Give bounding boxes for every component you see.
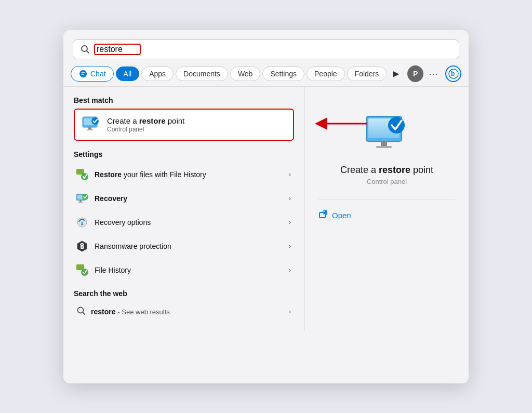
search-bar: [73, 39, 459, 59]
web-chevron-icon: ›: [289, 308, 291, 315]
file-history-2-icon: [75, 263, 89, 277]
svg-point-15: [81, 173, 88, 180]
tab-people-label: People: [314, 70, 337, 78]
best-match-icon: [81, 115, 101, 135]
svg-point-10: [91, 117, 99, 125]
rp-title: Create a restore point: [340, 165, 433, 176]
tab-settings[interactable]: Settings: [262, 66, 304, 81]
web-search-icon: [77, 307, 86, 317]
best-match-heading: Best match: [74, 96, 294, 104]
chevron-icon: ›: [289, 170, 291, 178]
tab-all-label: All: [124, 70, 132, 78]
svg-rect-18: [79, 201, 82, 202]
chevron-icon-3: ›: [289, 218, 291, 226]
rp-app-icon: [364, 114, 410, 156]
tabs-row: Chat All Apps Documents Web Settings Peo…: [63, 65, 469, 87]
svg-point-25: [82, 246, 83, 247]
tab-all[interactable]: All: [116, 66, 140, 81]
best-match-title: Create a restore point: [107, 116, 184, 125]
search-query-box: [94, 44, 141, 55]
search-window: Chat All Apps Documents Web Settings Peo…: [63, 30, 469, 383]
recovery-icon: [75, 191, 89, 206]
search-icon: [81, 45, 90, 54]
settings-item-file-history[interactable]: Restore your files with File History ›: [74, 163, 294, 186]
svg-rect-19: [78, 202, 83, 203]
settings-heading: Settings: [74, 150, 294, 158]
svg-point-28: [81, 269, 88, 276]
main-content: Best match: [63, 87, 469, 331]
tab-folders-label: Folders: [355, 70, 379, 78]
chevron-icon-2: ›: [289, 194, 291, 202]
chat-tab-icon: [78, 69, 88, 78]
svg-point-36: [388, 117, 405, 134]
svg-rect-35: [376, 146, 392, 148]
tab-apps[interactable]: Apps: [141, 66, 174, 81]
svg-rect-9: [87, 129, 93, 130]
best-match-texts: Create a restore point Control panel: [107, 116, 184, 133]
best-match-item[interactable]: Create a restore point Control panel: [74, 109, 294, 141]
tab-more-button[interactable]: ▶: [389, 66, 403, 81]
settings-item-file-history-label: Restore your files with File History: [95, 170, 284, 179]
left-panel: Best match: [63, 87, 305, 331]
right-panel: Create a restore point Control panel Ope…: [305, 87, 469, 331]
svg-line-30: [83, 312, 85, 314]
tab-people[interactable]: People: [307, 66, 345, 81]
file-history-icon: [75, 167, 89, 182]
search-input[interactable]: [97, 45, 138, 54]
tab-settings-label: Settings: [270, 70, 297, 78]
open-icon: [318, 210, 328, 221]
rp-divider: [318, 199, 455, 199]
svg-rect-34: [381, 141, 387, 146]
svg-point-20: [82, 194, 88, 200]
settings-item-file-history-2-label: File History: [95, 266, 284, 274]
settings-item-file-history-2[interactable]: File History ›: [74, 258, 294, 282]
settings-item-recovery[interactable]: Recovery ›: [74, 186, 294, 210]
settings-item-recovery-options[interactable]: Recovery options ›: [74, 210, 294, 234]
settings-item-ransomware[interactable]: Ransomware protection ›: [74, 234, 294, 258]
rp-subtitle: Control panel: [367, 178, 407, 185]
tab-web-label: Web: [238, 70, 253, 78]
bing-icon[interactable]: b: [445, 65, 461, 82]
recovery-options-icon: [75, 215, 89, 230]
play-icon: ▶: [393, 69, 399, 78]
tab-chat[interactable]: Chat: [71, 66, 114, 82]
tab-chat-label: Chat: [90, 70, 106, 78]
best-match-subtitle: Control panel: [107, 126, 184, 133]
settings-item-recovery-options-label: Recovery options: [95, 218, 284, 227]
svg-rect-23: [82, 222, 83, 224]
open-button[interactable]: Open: [318, 208, 351, 223]
svg-line-1: [87, 50, 89, 52]
tab-documents[interactable]: Documents: [176, 66, 228, 81]
web-search-heading: Search the web: [74, 289, 294, 298]
chevron-icon-5: ›: [289, 266, 291, 274]
web-query: restore: [91, 308, 115, 316]
profile-initial: P: [413, 70, 418, 78]
open-label: Open: [332, 211, 351, 220]
web-search-item[interactable]: restore - See web results ›: [74, 302, 294, 322]
web-search-label: restore - See web results: [91, 308, 170, 316]
profile-avatar[interactable]: P: [407, 65, 423, 82]
tab-apps-label: Apps: [149, 70, 166, 78]
settings-item-ransomware-label: Ransomware protection: [95, 242, 284, 250]
svg-text:b: b: [451, 70, 455, 77]
web-sub: - See web results: [117, 308, 169, 316]
svg-point-2: [79, 70, 87, 77]
tab-folders[interactable]: Folders: [347, 66, 387, 81]
tab-web[interactable]: Web: [230, 66, 261, 81]
search-bar-row: [63, 39, 469, 65]
more-options-button[interactable]: ⋯: [425, 68, 441, 79]
svg-rect-8: [88, 127, 91, 129]
ransomware-icon: [75, 239, 89, 254]
tab-documents-label: Documents: [183, 70, 220, 78]
settings-item-recovery-label: Recovery: [95, 194, 284, 203]
chevron-icon-4: ›: [289, 242, 291, 250]
